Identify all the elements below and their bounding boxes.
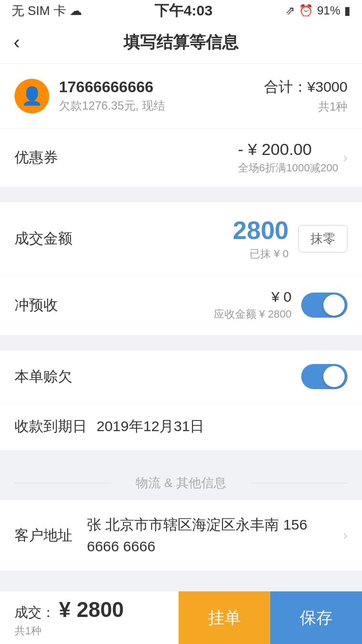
- coupon-detail: 全场6折满1000减200: [238, 161, 338, 175]
- prepay-toggle-knob: [323, 294, 345, 316]
- coupon-right: - ¥ 200.00 全场6折满1000减200 ›: [238, 140, 348, 175]
- owe-toggle-knob: [323, 366, 345, 387]
- amount-right: 2800 已抹 ¥ 0 抹零: [233, 216, 348, 261]
- coupon-chevron-icon: ›: [343, 150, 348, 166]
- user-sub-text: 欠款1276.35元, 现结: [59, 98, 165, 113]
- bottom-deal-value: ¥ 2800: [59, 598, 124, 622]
- owe-toggle[interactable]: [301, 364, 348, 389]
- date-label: 收款到期日: [14, 417, 87, 436]
- battery-level: 91%: [317, 4, 340, 17]
- amount-row: 成交金额 2800 已抹 ¥ 0 抹零: [0, 202, 362, 275]
- prepay-sub: 应收金额 ¥ 2800: [214, 307, 292, 322]
- amount-center: 2800 已抹 ¥ 0: [233, 216, 289, 261]
- amount-sub: 已抹 ¥ 0: [250, 247, 289, 261]
- status-time: 下午4:03: [154, 1, 212, 21]
- coupon-info: - ¥ 200.00 全场6折满1000减200: [238, 140, 338, 175]
- coupon-discount: - ¥ 200.00: [238, 140, 338, 159]
- prepay-row: 冲预收 ¥ 0 应收金额 ¥ 2800: [0, 275, 362, 335]
- owe-card: 本单赊欠 收款到期日 2019年12月31日: [0, 350, 362, 450]
- address-content: 张 北京市市辖区海淀区永丰南 156 6666 6666: [87, 514, 343, 557]
- coupon-row[interactable]: 优惠券 - ¥ 200.00 全场6折满1000减200 ›: [0, 128, 362, 187]
- status-left: 无 SIM 卡 ☁: [12, 2, 82, 19]
- avatar: 👤: [14, 79, 49, 113]
- address-chevron-icon: ›: [343, 528, 348, 543]
- header: ‹ 填写结算等信息: [0, 21, 362, 64]
- prepay-value: ¥ 0: [214, 289, 292, 305]
- prepay-label: 冲预收: [14, 295, 58, 315]
- user-info-card: 👤 17666666666 欠款1276.35元, 现结 合计：¥3000 共1…: [0, 64, 362, 187]
- bottom-deal-label: 成交：: [14, 603, 55, 622]
- section-divider-1: [0, 195, 362, 202]
- logistics-line-right: [251, 483, 348, 483]
- user-count: 共1种: [264, 99, 348, 114]
- section-divider-2: [0, 343, 362, 350]
- bottom-count: 共1种: [14, 624, 164, 638]
- user-info-text: 17666666666 欠款1276.35元, 现结: [59, 78, 165, 113]
- hang-order-button[interactable]: 挂单: [179, 591, 270, 644]
- round-zero-button[interactable]: 抹零: [298, 225, 348, 252]
- section-divider-3: [0, 458, 362, 465]
- logistics-text: 物流 & 其他信息: [136, 475, 226, 491]
- amount-value: 2800: [233, 216, 289, 245]
- user-right: 合计：¥3000 共1种: [264, 77, 348, 114]
- amount-card: 成交金额 2800 已抹 ¥ 0 抹零 冲预收 ¥ 0 应收金额 ¥ 2800: [0, 202, 362, 335]
- owe-row: 本单赊欠: [0, 350, 362, 403]
- user-left: 👤 17666666666 欠款1276.35元, 现结: [14, 78, 165, 113]
- prepay-toggle[interactable]: [301, 293, 348, 318]
- battery-icon: ▮: [344, 4, 350, 17]
- content: 👤 17666666666 欠款1276.35元, 现结 合计：¥3000 共1…: [0, 64, 362, 644]
- sim-status: 无 SIM 卡 ☁: [12, 2, 82, 19]
- address-value: 张 北京市市辖区海淀区永丰南 156 6666 6666: [87, 514, 343, 557]
- alarm-icon: ⏰: [299, 4, 313, 17]
- page-title: 填写结算等信息: [124, 31, 238, 54]
- user-total: 合计：¥3000: [264, 77, 348, 97]
- coupon-label: 优惠券: [14, 148, 58, 168]
- prepay-amount: ¥ 0 应收金额 ¥ 2800: [214, 289, 292, 322]
- logistics-divider: 物流 & 其他信息: [0, 465, 362, 500]
- user-phone: 17666666666: [59, 78, 165, 96]
- bottom-bar: 成交： ¥ 2800 共1种 挂单 保存: [0, 591, 362, 644]
- bottom-summary: 成交： ¥ 2800 共1种: [0, 598, 179, 638]
- date-row: 收款到期日 2019年12月31日: [0, 403, 362, 450]
- prepay-right: ¥ 0 应收金额 ¥ 2800: [214, 289, 348, 322]
- status-bar: 无 SIM 卡 ☁ 下午4:03 ⇗ ⏰ 91% ▮: [0, 0, 362, 21]
- owe-label: 本单赊欠: [14, 367, 72, 387]
- address-row[interactable]: 客户地址 张 北京市市辖区海淀区永丰南 156 6666 6666 ›: [0, 500, 362, 571]
- save-button[interactable]: 保存: [270, 591, 362, 644]
- bottom-deal: 成交： ¥ 2800: [14, 598, 164, 622]
- back-button[interactable]: ‹: [14, 31, 20, 53]
- status-right: ⇗ ⏰ 91% ▮: [285, 4, 350, 17]
- address-label: 客户地址: [14, 526, 72, 546]
- user-row: 👤 17666666666 欠款1276.35元, 现结 合计：¥3000 共1…: [0, 64, 362, 128]
- location-icon: ⇗: [285, 4, 295, 17]
- logistics-line-left: [14, 483, 111, 483]
- amount-label: 成交金额: [14, 229, 72, 249]
- date-value: 2019年12月31日: [97, 417, 204, 436]
